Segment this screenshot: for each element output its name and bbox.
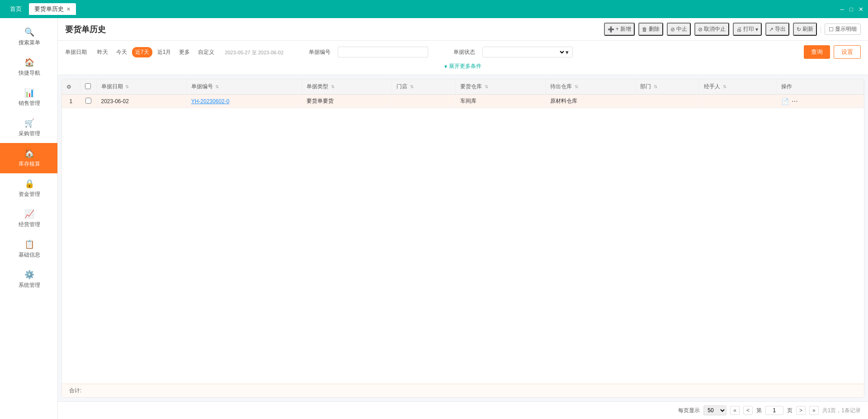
add-icon: ➕	[608, 26, 614, 33]
stop-icon: ⊘	[670, 26, 675, 33]
query-button[interactable]: 查询	[804, 45, 830, 59]
base-info-icon: 📋	[24, 239, 34, 249]
sidebar-item-base-info[interactable]: 📋 基础信息	[0, 234, 57, 264]
checkbox-col-header[interactable]	[80, 79, 96, 95]
refresh-icon: ↻	[797, 26, 801, 33]
date-filter-label: 单据日期	[65, 48, 87, 56]
delete-button[interactable]: 🗑 删除	[638, 23, 663, 36]
page-header: 要货单历史 ➕ + 新增 🗑 删除 ⊘ 中止 ⊘ 取消中止	[58, 18, 868, 41]
doc-no-link[interactable]: YH-20230602-0	[191, 98, 230, 105]
expand-more-btn[interactable]: ▾ 展开更多条件	[65, 62, 861, 70]
status-select-wrap[interactable]: ▾	[482, 47, 573, 57]
table-row[interactable]: 1 2023-06-02 YH-20230602-0 要货单要货 车间库 原材料…	[62, 95, 864, 108]
minimize-btn[interactable]: ─	[840, 6, 844, 13]
top-bar: 首页 要货单历史 ✕ ─ □ ✕	[0, 0, 868, 18]
next-page-btn[interactable]: >	[796, 406, 806, 415]
view-action-icon[interactable]: 📄	[781, 98, 789, 105]
table-area: ⚙ 单据日期 ⇅ 单据编号 ⇅ 单据类型 ⇅ 门店 ⇅ 要货仓库 ⇅ 待出仓库 …	[61, 79, 864, 398]
more-action-icon[interactable]: ⋯	[792, 98, 798, 105]
today-btn[interactable]: 今天	[113, 47, 130, 57]
export-icon: ↗	[769, 26, 774, 33]
status-select[interactable]	[486, 48, 566, 56]
sidebar-item-inventory[interactable]: 🏠 库存核算	[0, 143, 57, 173]
chevron-down-icon: ▾	[566, 49, 569, 56]
query-buttons: 查询 设置	[804, 45, 861, 59]
more-btn[interactable]: 更多	[176, 47, 193, 57]
status-label: 单据状态	[453, 48, 475, 56]
tab-home-label: 首页	[10, 5, 22, 13]
row-checkbox[interactable]	[85, 98, 91, 104]
export-button[interactable]: ↗ 导出	[765, 23, 789, 36]
divider	[821, 26, 821, 33]
row-num: 1	[62, 95, 80, 108]
sidebar-item-sales[interactable]: 📊 销售管理	[0, 82, 57, 113]
last-page-btn[interactable]: »	[809, 406, 819, 415]
doc-type-header[interactable]: 单据类型 ⇅	[302, 79, 392, 95]
sidebar-item-label: 库存核算	[19, 160, 40, 168]
sidebar-item-quick-nav[interactable]: 🏠 快捷导航	[0, 52, 57, 82]
page-label: 第	[756, 407, 762, 414]
select-all-checkbox[interactable]	[85, 83, 91, 89]
delete-icon: 🗑	[642, 26, 647, 33]
table-header: ⚙ 单据日期 ⇅ 单据编号 ⇅ 单据类型 ⇅ 门店 ⇅ 要货仓库 ⇅ 待出仓库 …	[62, 79, 864, 95]
last1month-btn[interactable]: 近1月	[154, 47, 175, 57]
row-req-warehouse: 车间库	[456, 95, 546, 108]
settings-button[interactable]: 设置	[834, 45, 861, 59]
prev-page-btn[interactable]: <	[743, 406, 753, 415]
handler-header[interactable]: 经手人 ⇅	[699, 79, 776, 95]
pending-warehouse-header[interactable]: 待出仓库 ⇅	[546, 79, 636, 95]
sidebar-item-ops[interactable]: 📈 经营管理	[0, 204, 57, 234]
actions-header: 操作	[776, 79, 863, 95]
row-doc-no[interactable]: YH-20230602-0	[186, 95, 302, 108]
tab-requisition-history[interactable]: 要货单历史 ✕	[29, 3, 76, 15]
row-doc-date: 2023-06-02	[96, 95, 186, 108]
page-input[interactable]	[765, 406, 783, 415]
tab-close-icon[interactable]: ✕	[66, 6, 71, 12]
yesterday-btn[interactable]: 昨天	[94, 47, 111, 57]
footer-total-label: 合计:	[69, 387, 81, 394]
refresh-button[interactable]: ↻ 刷新	[793, 23, 817, 36]
action-icons: 📄 ⋯	[781, 98, 859, 105]
doc-no-input[interactable]	[338, 47, 428, 57]
cancel-stop-icon: ⊘	[698, 26, 703, 33]
search-menu-icon: 🔍	[24, 27, 34, 37]
doc-date-header[interactable]: 单据日期 ⇅	[96, 79, 186, 95]
print-button[interactable]: 🖨 打印 ▾	[733, 23, 762, 36]
date-filter-buttons: 昨天 今天 近7天 近1月 更多 自定义	[94, 47, 217, 57]
close-btn[interactable]: ✕	[859, 6, 863, 13]
pagination-bar: 每页显示 20 50 100 200 « < 第 页 > » 共1页，1条记录	[58, 401, 868, 419]
chevron-down-icon: ▾	[444, 63, 447, 70]
last7days-btn[interactable]: 近7天	[132, 47, 152, 57]
filter-row-1: 单据日期 昨天 今天 近7天 近1月 更多 自定义 2023-05-27 至 2…	[65, 45, 861, 59]
sidebar-item-label: 系统管理	[19, 281, 40, 289]
sidebar-item-search-menu[interactable]: 🔍 搜索菜单	[0, 22, 57, 52]
page-size-select[interactable]: 20 50 100 200	[703, 405, 726, 415]
table-body: 1 2023-06-02 YH-20230602-0 要货单要货 车间库 原材料…	[62, 95, 864, 108]
row-dept	[636, 95, 699, 108]
doc-no-header[interactable]: 单据编号 ⇅	[186, 79, 302, 95]
sidebar-item-system[interactable]: ⚙️ 系统管理	[0, 264, 57, 295]
data-table: ⚙ 单据日期 ⇅ 单据编号 ⇅ 单据类型 ⇅ 门店 ⇅ 要货仓库 ⇅ 待出仓库 …	[62, 79, 864, 108]
store-header[interactable]: 门店 ⇅	[392, 79, 456, 95]
total-info: 共1页，1条记录	[822, 407, 861, 414]
row-store	[392, 95, 456, 108]
dept-header[interactable]: 部门 ⇅	[636, 79, 699, 95]
maximize-btn[interactable]: □	[849, 6, 853, 13]
sales-icon: 📊	[24, 88, 34, 98]
tab-requisition-label: 要货单历史	[34, 5, 64, 13]
sidebar: 🔍 搜索菜单 🏠 快捷导航 📊 销售管理 🛒 采购管理 🏠 库存核算 🔒 资金管…	[0, 18, 58, 419]
sidebar-item-label: 采购管理	[19, 130, 40, 138]
tab-home[interactable]: 首页	[5, 3, 27, 15]
add-button[interactable]: ➕ + 新增	[604, 23, 635, 36]
date-range-wrap: 2023-05-27 至 2023-06-02	[225, 48, 283, 56]
display-cell-button[interactable]: ☐ 显示明细	[825, 24, 861, 35]
stop-button[interactable]: ⊘ 中止	[667, 23, 691, 36]
settings-col-header[interactable]: ⚙	[62, 79, 80, 95]
first-page-btn[interactable]: «	[730, 406, 740, 415]
req-warehouse-header[interactable]: 要货仓库 ⇅	[456, 79, 546, 95]
cancel-stop-button[interactable]: ⊘ 取消中止	[694, 23, 729, 36]
sidebar-item-purchase[interactable]: 🛒 采购管理	[0, 113, 57, 143]
sidebar-item-finance[interactable]: 🔒 资金管理	[0, 173, 57, 204]
row-checkbox-cell[interactable]	[80, 95, 96, 108]
custom-btn[interactable]: 自定义	[195, 47, 217, 57]
